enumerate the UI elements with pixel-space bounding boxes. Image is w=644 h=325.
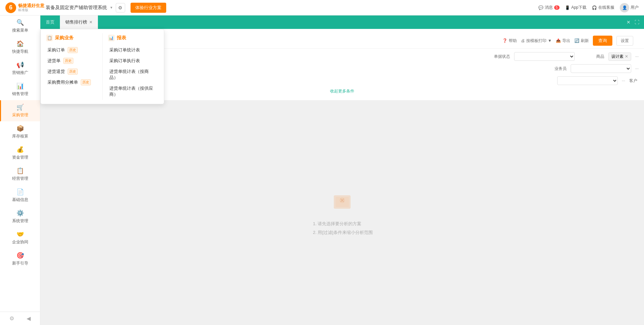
tab-close-window-button[interactable]: ✕	[625, 19, 632, 26]
system-name-text: 装备及固定资产辅助管理系统	[46, 5, 107, 11]
purchase-dropdown-menu: 📋 采购业务 采购订单 历史 进货单 历史 进货退货 历史 采购费用分摊单 历史…	[40, 29, 164, 104]
sidebar-item-enterprise[interactable]: 🤝 企业协同	[0, 227, 40, 248]
logo-text: 畅捷通好生意 标准版	[18, 3, 44, 12]
menu-item-label-order-stats: 采购订单统计表	[109, 47, 140, 53]
collapse-button[interactable]: 收起更多条件	[330, 88, 354, 94]
menu-heading-reports: 📊 报表	[108, 33, 159, 45]
sidebar-label-sales: 销售管理	[12, 91, 28, 97]
settings-button[interactable]: 设置	[616, 36, 633, 46]
tab-sales-ranking[interactable]: 销售排行榜 ✕	[60, 15, 98, 29]
sidebar-item-marketing[interactable]: 📢 营销推广	[0, 58, 40, 79]
menu-item-inbound[interactable]: 进货单 历史	[46, 55, 97, 66]
help-icon: ❓	[502, 38, 507, 43]
sidebar-label-quicknav: 快捷导航	[12, 49, 28, 54]
sidebar-label-operations: 经营管理	[12, 176, 28, 181]
menu-item-label-inbound-goods: 进货单统计表（按商品）	[109, 69, 157, 81]
user-label: 用户	[631, 5, 639, 10]
sidebar-item-operations[interactable]: 📋 经营管理	[0, 164, 40, 185]
header-right: 💬 消息 5 📱 App下载 🎧 在线客服 👤 用户	[538, 3, 639, 12]
menu-item-purchase-order[interactable]: 采购订单 历史	[46, 45, 97, 55]
menu-item-label-order-exec: 采购订单执行表	[109, 58, 140, 64]
print-button[interactable]: 🖨 按模板打印 ▼	[521, 38, 552, 44]
sales-icon: 📊	[16, 82, 24, 90]
home-icon: 🏠	[16, 40, 24, 47]
menu-item-label-return: 进货退货	[47, 69, 65, 75]
export-button[interactable]: 📤 导出	[556, 38, 570, 44]
menu-item-inbound-goods[interactable]: 进货单统计表（按商品）	[108, 66, 159, 83]
sidebar-label-inventory: 库存核算	[12, 133, 28, 139]
sidebar-item-basic[interactable]: 📄 基础信息	[0, 185, 40, 206]
sidebar-label-system: 系统管理	[12, 218, 28, 224]
customer-select[interactable]	[557, 76, 618, 85]
menu-item-label-inbound: 进货单	[47, 58, 61, 64]
salesperson-more-icon[interactable]: ···	[635, 66, 639, 71]
tab-close-icon[interactable]: ✕	[89, 20, 93, 25]
print-dropdown-arrow[interactable]: ▼	[548, 38, 552, 43]
sidebar-item-finance[interactable]: 💰 资金管理	[0, 143, 40, 164]
menu-heading-purchase: 📋 采购业务	[46, 33, 97, 45]
sidebar-item-sales[interactable]: 📊 销售管理	[0, 79, 40, 100]
logo-area: 6 畅捷通好生意 标准版	[5, 2, 46, 13]
tab-home[interactable]: 首页	[40, 15, 60, 29]
customer-more-icon[interactable]: ···	[622, 78, 625, 83]
status-label: 单据状态	[494, 54, 510, 59]
tab-maximize-button[interactable]: ⛶	[633, 19, 641, 26]
search-icon: 🔍	[16, 19, 24, 26]
logo-main: 畅捷通好生意	[18, 3, 44, 8]
status-select[interactable]	[514, 52, 575, 61]
goods-more-icon[interactable]: ···	[635, 54, 639, 59]
salesperson-select[interactable]	[571, 64, 631, 73]
menu-heading-purchase-label: 采购业务	[55, 35, 74, 41]
sidebar-item-purchase[interactable]: 🛒 采购管理	[0, 100, 40, 121]
system-icon: ⚙️	[16, 209, 24, 217]
avatar: 👤	[620, 3, 629, 12]
menu-item-label-cost: 采购费用分摊单	[47, 79, 78, 85]
industry-button[interactable]: 体验行业方案	[131, 3, 166, 13]
history-tag-return: 历史	[68, 69, 78, 75]
sidebar-label-purchase: 采购管理	[12, 112, 28, 118]
menu-item-order-stats[interactable]: 采购订单统计表	[108, 45, 159, 55]
online-service-action[interactable]: 🎧 在线客服	[592, 5, 614, 10]
query-button[interactable]: 查询	[593, 36, 612, 46]
sidebar: 🔍 搜索菜单 🏠 快捷导航 📢 营销推广 📊 销售管理 🛒 采购管理 📦 库存核…	[0, 15, 40, 325]
app-download-action[interactable]: 📱 App下载	[565, 5, 586, 10]
menu-item-cost[interactable]: 采购费用分摊单 历史	[46, 77, 97, 88]
help-button[interactable]: ❓ 帮助	[502, 38, 517, 44]
customer-label: 客户	[629, 78, 637, 84]
message-action[interactable]: 💬 消息 5	[538, 5, 560, 10]
menu-item-inbound-supplier[interactable]: 进货单统计表（按供应商）	[108, 83, 159, 100]
empty-hints: 请先选择要分析的方案 用[过滤]条件来缩小分析范围	[312, 219, 372, 237]
sidebar-item-guide[interactable]: 🎯 新手引导	[0, 248, 40, 270]
sidebar-settings-button[interactable]: ⚙	[9, 315, 14, 322]
goods-label: 商品	[596, 54, 604, 59]
menu-item-label-inbound-supplier: 进货单统计表（按供应商）	[109, 85, 157, 97]
tab-bar: 首页 销售排行榜 ✕ ✕ ⛶	[40, 15, 644, 29]
user-action[interactable]: 👤 用户	[620, 3, 639, 12]
empty-hint-1: 请先选择要分析的方案	[318, 219, 372, 228]
menu-item-label-purchase-order: 采购订单	[47, 47, 65, 53]
empty-hint-2: 用[过滤]条件来缩小分析范围	[318, 228, 372, 237]
finance-icon: 💰	[16, 146, 24, 153]
sidebar-label-guide: 新手引导	[12, 260, 28, 266]
goods-tag-close[interactable]: ✕	[625, 54, 628, 59]
goods-tag[interactable]: 设计素 ✕	[608, 52, 631, 61]
sidebar-item-inventory[interactable]: 📦 库存核算	[0, 121, 40, 143]
history-tag-cost: 历史	[81, 79, 91, 85]
headset-icon: 🎧	[592, 5, 597, 10]
sidebar-item-search[interactable]: 🔍 搜索菜单	[0, 15, 40, 37]
system-dropdown-arrow[interactable]: ▼	[110, 6, 113, 9]
logo-icon: 6	[5, 2, 16, 13]
refresh-button[interactable]: 🔄 刷新	[574, 38, 589, 44]
sidebar-item-quicknav[interactable]: 🏠 快捷导航	[0, 37, 40, 58]
empty-state: 请先选择要分析的方案 用[过滤]条件来缩小分析范围	[40, 100, 644, 325]
history-tag-inbound: 历史	[63, 58, 73, 64]
menu-item-order-exec[interactable]: 采购订单执行表	[108, 55, 159, 66]
system-gear-button[interactable]: ⚙	[116, 3, 125, 12]
menu-item-return[interactable]: 进货退货 历史	[46, 66, 97, 77]
sidebar-collapse-button[interactable]: ◀	[27, 315, 31, 322]
sidebar-label-search: 搜索菜单	[12, 28, 28, 33]
goods-tag-text: 设计素	[611, 54, 623, 59]
refresh-label: 刷新	[581, 38, 589, 44]
logo-sub: 标准版	[18, 8, 44, 12]
sidebar-item-system[interactable]: ⚙️ 系统管理	[0, 206, 40, 227]
